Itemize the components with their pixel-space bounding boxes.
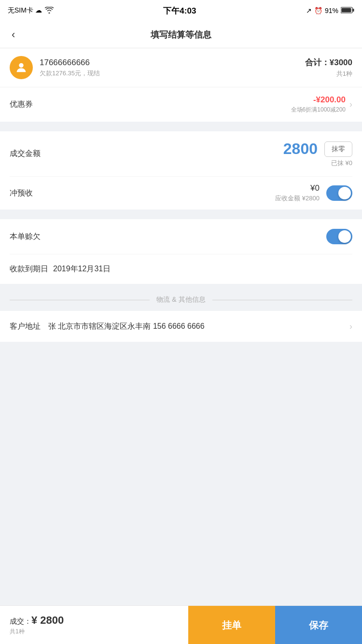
bottom-spacer <box>0 347 362 385</box>
svg-rect-1 <box>353 9 354 12</box>
section-divider-2 <box>0 214 362 219</box>
user-total: 合计：¥3000 共1种 <box>305 57 352 78</box>
chong-row: 冲预收 ¥0 应收金额 ¥2800 <box>10 177 352 210</box>
user-info: 17666666666 欠款1276.35元，现结 <box>40 58 305 78</box>
coupon-arrow-icon: › <box>349 99 352 110</box>
user-card: 17666666666 欠款1276.35元，现结 合计：¥3000 共1种 优… <box>0 48 362 122</box>
benshen-section: 本单赊欠 收款到期日 2019年12月31日 <box>0 219 362 284</box>
benshen-row: 本单赊欠 <box>10 219 352 254</box>
logistics-divider: 物流 & 其他信息 <box>0 289 362 311</box>
battery-text: 91% <box>325 7 338 14</box>
duedate-value: 2019年12月31日 <box>53 264 111 274</box>
total-label: 合计： <box>305 58 330 67</box>
battery-icon <box>341 7 354 15</box>
chong-right: ¥0 应收金额 ¥2800 <box>275 183 352 203</box>
content: 17666666666 欠款1276.35元，现结 合计：¥3000 共1种 优… <box>0 48 362 385</box>
amount-section: 成交金额 2800 抹零 已抹 ¥0 冲预收 ¥0 应收金额 ¥2800 <box>0 131 362 210</box>
save-button[interactable]: 保存 <box>275 606 362 644</box>
logistics-line-left <box>10 300 150 300</box>
logistics-text: 物流 & 其他信息 <box>150 295 212 304</box>
avatar <box>10 56 33 79</box>
back-button[interactable]: ‹ <box>8 25 19 45</box>
deal-amount-value: 2800 <box>283 140 318 158</box>
status-bar: 无SIM卡 ☁ 下午4:03 ↗ ⏰ 91% <box>0 0 362 21</box>
coupon-row[interactable]: 优惠券 -¥200.00 全场6折满1000减200 › <box>0 87 362 122</box>
logistics-line-right <box>212 300 352 300</box>
deal-amount-right: 2800 抹零 已抹 ¥0 <box>283 140 352 168</box>
duedate-label: 收款到期日 <box>10 264 48 274</box>
bottom-bar: 成交：¥ 2800 共1种 挂单 保存 <box>0 605 362 644</box>
amount-value-block: 2800 抹零 <box>283 140 352 158</box>
nav-bar: ‹ 填写结算等信息 <box>0 21 362 48</box>
status-time: 下午4:03 <box>163 5 196 16</box>
alarm-icon: ⏰ <box>314 7 322 14</box>
deal-amount-row: 成交金额 2800 抹零 已抹 ¥0 <box>10 131 352 177</box>
bottom-deal-label: 成交： <box>10 617 31 625</box>
chong-value: ¥0 <box>275 183 320 193</box>
deal-amount-label: 成交金额 <box>10 149 283 159</box>
bottom-deal: 成交：¥ 2800 <box>10 614 179 627</box>
user-phone: 17666666666 <box>40 58 305 68</box>
duedate-row: 收款到期日 2019年12月31日 <box>10 254 352 284</box>
location-icon: ↗ <box>306 7 312 14</box>
svg-point-3 <box>19 63 23 68</box>
address-row[interactable]: 客户地址 张 北京市市辖区海淀区永丰南 156 6666 6666 › <box>10 311 352 342</box>
coupon-right-block: -¥200.00 全场6折满1000减200 <box>291 95 346 114</box>
page-title: 填写结算等信息 <box>151 29 211 41</box>
benshen-label: 本单赊欠 <box>10 232 326 242</box>
bottom-count: 共1种 <box>10 628 179 636</box>
chong-value-block: ¥0 应收金额 ¥2800 <box>275 183 320 203</box>
user-row: 17666666666 欠款1276.35元，现结 合计：¥3000 共1种 <box>0 48 362 87</box>
section-divider-1 <box>0 126 362 131</box>
chong-sub: 应收金额 ¥2800 <box>275 194 320 203</box>
total-count: 共1种 <box>305 70 352 78</box>
bottom-deal-amount: ¥ 2800 <box>31 614 64 626</box>
sim-text: 无SIM卡 ☁ <box>8 6 42 15</box>
svg-rect-2 <box>342 8 351 12</box>
benshen-toggle[interactable] <box>326 229 352 244</box>
coupon-desc: 全场6折满1000减200 <box>291 106 346 114</box>
address-label: 客户地址 <box>10 322 41 332</box>
wifi-icon <box>45 7 54 15</box>
chong-toggle[interactable] <box>326 185 352 201</box>
bottom-info: 成交：¥ 2800 共1种 <box>0 606 188 644</box>
round-button[interactable]: 抹零 <box>324 141 352 157</box>
address-value: 张 北京市市辖区海淀区永丰南 156 6666 6666 <box>48 321 346 332</box>
address-section: 客户地址 张 北京市市辖区海淀区永丰南 156 6666 6666 › <box>0 311 362 342</box>
hang-button[interactable]: 挂单 <box>188 606 275 644</box>
user-debt: 欠款1276.35元，现结 <box>40 69 305 78</box>
status-left: 无SIM卡 ☁ <box>8 6 54 15</box>
total-value: ¥3000 <box>330 58 352 67</box>
chong-label: 冲预收 <box>10 188 275 198</box>
total-amount: 合计：¥3000 <box>305 57 352 68</box>
coupon-discount: -¥200.00 <box>291 95 346 105</box>
address-arrow-icon: › <box>349 322 352 332</box>
deal-amount-sub: 已抹 ¥0 <box>283 159 352 168</box>
status-right: ↗ ⏰ 91% <box>306 7 354 15</box>
coupon-label: 优惠券 <box>10 99 291 110</box>
